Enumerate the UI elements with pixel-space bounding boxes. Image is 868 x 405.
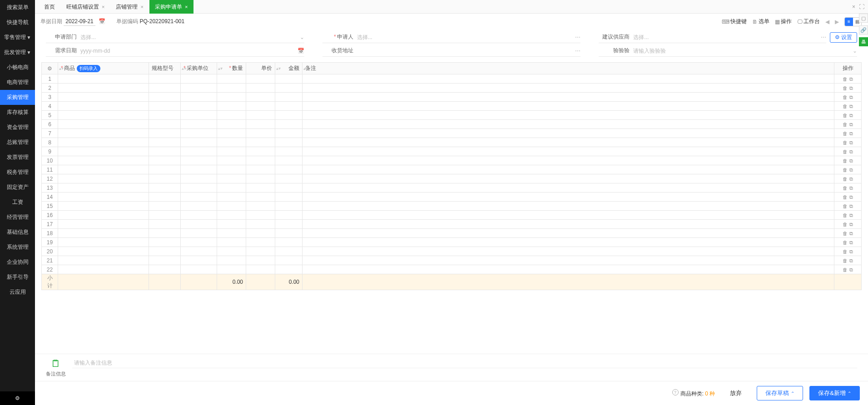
delete-icon[interactable]: 🗑 [843, 212, 848, 218]
delete-icon[interactable]: 🗑 [843, 249, 848, 254]
sidebar-item-10[interactable]: 发票管理 [0, 150, 35, 165]
sidebar-item-3[interactable]: 批发管理▼ [0, 45, 35, 60]
close-icon[interactable]: × [185, 0, 188, 14]
rail-btn-print[interactable]: 🖶 [859, 37, 868, 46]
table-row[interactable]: 16🗑⧉ [42, 211, 862, 220]
addr-input[interactable] [357, 48, 575, 54]
table-row[interactable]: 4🗑⧉ [42, 102, 862, 111]
copy-icon[interactable]: ⧉ [849, 258, 853, 263]
copy-icon[interactable]: ⧉ [849, 76, 853, 82]
copy-icon[interactable]: ⧉ [849, 85, 853, 91]
col-amount[interactable]: ▴▾金额 [275, 63, 303, 74]
workbench-link[interactable]: 🖵工作台 [797, 18, 820, 25]
copy-icon[interactable]: ⧉ [849, 113, 853, 118]
tab-3[interactable]: 采购申请单× [149, 0, 193, 14]
copy-icon[interactable]: ⧉ [849, 176, 853, 182]
action-link[interactable]: ▦操作 [775, 18, 792, 25]
delete-icon[interactable]: 🗑 [843, 176, 848, 182]
copy-icon[interactable]: ⧉ [849, 131, 853, 136]
sidebar-item-18[interactable]: 新手引导 [0, 270, 35, 285]
delete-icon[interactable]: 🗑 [843, 222, 848, 227]
delete-icon[interactable]: 🗑 [843, 104, 848, 109]
sidebar-item-9[interactable]: 总账管理 [0, 135, 35, 150]
table-row[interactable]: 15🗑⧉ [42, 202, 862, 211]
sidebar-item-12[interactable]: 固定资产 [0, 180, 35, 195]
save-draft-button[interactable]: 保存草稿⌃ [757, 386, 803, 400]
copy-icon[interactable]: ⧉ [849, 94, 853, 100]
table-row[interactable]: 13🗑⧉ [42, 183, 862, 193]
sidebar-item-11[interactable]: 税务管理 [0, 165, 35, 180]
save-new-button[interactable]: 保存&新增⌃ [809, 386, 860, 400]
sidebar-item-4[interactable]: 小畅电商 [0, 60, 35, 75]
copy-icon[interactable]: ⧉ [849, 231, 853, 236]
delete-icon[interactable]: 🗑 [843, 85, 848, 91]
sidebar-item-5[interactable]: 电商管理 [0, 75, 35, 90]
sidebar-settings[interactable]: ⚙ [0, 391, 35, 405]
delete-icon[interactable]: 🗑 [843, 158, 848, 163]
more-icon[interactable]: ⋯ [821, 34, 826, 40]
table-row[interactable]: 14🗑⧉ [42, 193, 862, 202]
tab-close-all-icon[interactable]: × [852, 4, 855, 10]
shortcut-link[interactable]: ⌨快捷键 [722, 18, 747, 25]
col-product[interactable]: ▴▾*商品扫码录入 [58, 63, 149, 74]
sidebar-item-7[interactable]: 库存核算 [0, 105, 35, 120]
copy-icon[interactable]: ⧉ [849, 194, 853, 200]
delete-icon[interactable]: 🗑 [843, 203, 848, 209]
delete-icon[interactable]: 🗑 [843, 240, 848, 245]
table-row[interactable]: 18🗑⧉ [42, 229, 862, 238]
col-price[interactable]: 单价 [246, 63, 275, 74]
sidebar-item-1[interactable]: 快捷导航 [0, 15, 35, 30]
delete-icon[interactable]: 🗑 [843, 267, 848, 272]
sidebar-item-15[interactable]: 基础信息 [0, 225, 35, 240]
close-icon[interactable]: × [140, 0, 143, 14]
delete-icon[interactable]: 🗑 [843, 194, 848, 200]
sidebar-item-16[interactable]: 系统管理 [0, 240, 35, 255]
delete-icon[interactable]: 🗑 [843, 76, 848, 82]
copy-icon[interactable]: ⧉ [849, 185, 853, 191]
copy-icon[interactable]: ⧉ [849, 212, 853, 218]
field-check[interactable]: 验验验 ⌄ [599, 45, 857, 57]
rail-btn-1[interactable]: ▢ [859, 14, 868, 23]
sidebar-item-8[interactable]: 资金管理 [0, 120, 35, 135]
nav-prev[interactable]: ◀ [825, 19, 829, 25]
check-input[interactable] [633, 48, 853, 54]
form-link[interactable]: 🗎选单 [752, 18, 769, 25]
copy-icon[interactable]: ⧉ [849, 267, 853, 272]
table-row[interactable]: 17🗑⧉ [42, 220, 862, 229]
delete-icon[interactable]: 🗑 [843, 149, 848, 154]
table-row[interactable]: 5🗑⧉ [42, 111, 862, 120]
nav-next[interactable]: ▶ [835, 19, 839, 25]
close-icon[interactable]: × [102, 0, 104, 14]
copy-icon[interactable]: ⧉ [849, 122, 853, 127]
field-supplier[interactable]: 建议供应商 ⋯ [599, 31, 826, 43]
copy-icon[interactable]: ⧉ [849, 240, 853, 245]
copy-icon[interactable]: ⧉ [849, 203, 853, 209]
sidebar-item-19[interactable]: 云应用 [0, 285, 35, 300]
tab-1[interactable]: 旺铺店铺设置× [61, 0, 110, 14]
delete-icon[interactable]: 🗑 [843, 131, 848, 136]
more-icon[interactable]: ⋯ [575, 34, 580, 40]
chevron-down-icon[interactable]: ⌄ [300, 34, 304, 40]
col-remark[interactable]: ▴▾备注 [303, 63, 834, 74]
copy-icon[interactable]: ⧉ [849, 249, 853, 254]
delete-icon[interactable]: 🗑 [843, 231, 848, 236]
dept-input[interactable] [80, 34, 300, 40]
delete-icon[interactable]: 🗑 [843, 258, 848, 263]
supplier-input[interactable] [633, 34, 821, 40]
applicant-input[interactable] [357, 34, 575, 40]
copy-icon[interactable]: ⧉ [849, 149, 853, 154]
table-row[interactable]: 6🗑⧉ [42, 120, 862, 129]
sidebar-item-0[interactable]: 搜索菜单 [0, 0, 35, 15]
date-value[interactable]: 2022-09-21 [64, 17, 95, 26]
tab-2[interactable]: 店铺管理× [110, 0, 149, 14]
view-list[interactable]: ≡ [845, 18, 853, 26]
more-icon[interactable]: ⋯ [575, 48, 580, 54]
table-row[interactable]: 19🗑⧉ [42, 238, 862, 247]
table-row[interactable]: 9🗑⧉ [42, 147, 862, 156]
remarks-input[interactable] [72, 358, 857, 368]
sidebar-item-6[interactable]: 采购管理 [0, 90, 35, 105]
table-row[interactable]: 12🗑⧉ [42, 174, 862, 183]
reqdate-input[interactable] [80, 48, 298, 54]
copy-icon[interactable]: ⧉ [849, 222, 853, 227]
copy-icon[interactable]: ⧉ [849, 158, 853, 163]
